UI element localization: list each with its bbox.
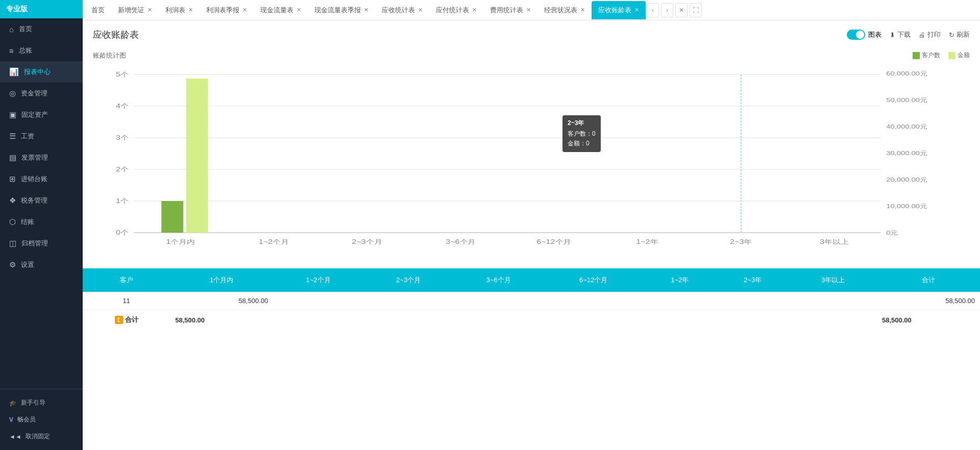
bar-amount-1 [186,79,208,233]
sidebar-item-invoice[interactable]: ▤ 发票管理 [0,147,83,168]
svg-text:0元: 0元 [886,230,898,236]
legend-amount-color [948,52,955,59]
sidebar-item-reports[interactable]: 📊 报表中心 [0,61,83,83]
cell-m23 [363,292,454,310]
col-y3plus: 3年以上 [789,268,877,292]
tab-ap-stats[interactable]: 应付统计表 ✕ [429,1,483,19]
footer-m612 [544,310,643,330]
data-table: 客户 1个月内 1~2个月 2~3个月 3~6个月 6~12个月 1~2年 2~… [83,268,980,330]
sidebar-item-unpin[interactable]: ◄◄ 取消固定 [0,428,83,445]
sidebar-item-archive[interactable]: ◫ 归档管理 [0,233,83,254]
tab-voucher[interactable]: 新增凭证 ✕ [111,1,159,19]
cell-m12 [273,292,363,310]
svg-text:2~3年: 2~3年 [730,238,752,245]
tab-bar: 首页 新增凭证 ✕ 利润表 ✕ 利润表季报 ✕ 现金流量表 ✕ 现金流量表季报 … [83,0,980,20]
tab-cashflow-close[interactable]: ✕ [297,7,301,13]
footer-y23 [716,310,789,330]
sidebar-item-tax[interactable]: ❖ 税务管理 [0,190,83,211]
tab-profit-quarter[interactable]: 利润表季报 ✕ [200,1,254,19]
tab-ap-stats-close[interactable]: ✕ [472,7,477,13]
sales-icon: ⊞ [9,174,16,184]
col-y23: 2~3年 [716,268,789,292]
refresh-button[interactable]: ↻ 刷新 [949,30,970,39]
footer-label: Σ 合计 [83,310,170,330]
chart-container: 账龄统计图 客户数 金额 [83,46,980,268]
legend-customers-color [913,52,920,59]
page-content: 应收账龄表 图表 ⬇ 下载 🖨 打印 ↻ 刷新 [83,20,980,450]
sidebar-item-sales[interactable]: ⊞ 进销台账 [0,168,83,190]
sidebar-item-guide[interactable]: 🎓 新手引导 [0,394,83,411]
funds-icon: ◎ [9,89,16,98]
svg-text:6~12个月: 6~12个月 [536,238,571,245]
tab-voucher-close[interactable]: ✕ [148,7,152,13]
tax-icon: ❖ [9,196,16,205]
sidebar-item-settings[interactable]: ⚙ 设置 [0,254,83,276]
footer-m1: 58,500.00 [170,310,273,330]
tab-profit[interactable]: 利润表 ✕ [159,1,200,19]
tab-profit-close[interactable]: ✕ [188,7,193,13]
legend-customers: 客户数 [913,51,940,60]
sidebar-nav: ⌂ 首页 ≡ 总账 📊 报表中心 ◎ 资金管理 ▣ 固定资产 ☰ 工资 ▤ 发票… [0,18,83,389]
settings-icon: ⚙ [9,260,16,269]
svg-text:3~6个月: 3~6个月 [446,238,476,245]
footer-y12 [643,310,716,330]
svg-text:2~3个月: 2~3个月 [352,238,382,245]
svg-text:60,000.00元: 60,000.00元 [886,70,927,77]
svg-text:3个: 3个 [116,134,129,141]
svg-text:1~2年: 1~2年 [636,238,658,245]
bar-chart: 0个 1个 2个 3个 4个 5个 0元 10,000.00元 20,000.0… [93,64,970,258]
chart-wrapper: 0个 1个 2个 3个 4个 5个 0元 10,000.00元 20,000.0… [93,64,970,258]
footer-m36 [453,310,544,330]
table-footer-row: Σ 合计 58,500.00 58,500.00 [83,310,980,330]
tab-prev-button[interactable]: ‹ [647,3,659,17]
tab-biz-status[interactable]: 经营状况表 ✕ [537,1,592,19]
tab-cashflow[interactable]: 现金流量表 ✕ [254,1,308,19]
footer-y3plus [789,310,877,330]
chart-title: 账龄统计图 [93,51,970,60]
cell-customer: 11 [83,292,170,310]
svg-text:1~2个月: 1~2个月 [259,238,289,245]
sidebar-item-salary[interactable]: ☰ 工资 [0,126,83,147]
tab-ar-stats[interactable]: 应收统计表 ✕ [375,1,429,19]
download-icon: ⬇ [890,31,895,39]
total-icon: Σ [115,316,123,324]
archive-icon: ◫ [9,239,16,248]
svg-text:40,000.00元: 40,000.00元 [886,123,927,130]
sidebar-item-ledger[interactable]: ≡ 总账 [0,40,83,61]
sidebar-item-funds[interactable]: ◎ 资金管理 [0,83,83,104]
tab-ar-aging-close[interactable]: ✕ [634,7,639,13]
tab-cashflow-quarter-close[interactable]: ✕ [364,7,369,13]
home-icon: ⌂ [9,25,14,34]
assets-icon: ▣ [9,110,16,119]
sidebar-item-close[interactable]: ⬡ 结账 [0,211,83,233]
legend-amount: 金额 [948,51,970,60]
tab-close-all-button[interactable]: ✕ [675,3,688,17]
toggle-track[interactable] [847,30,865,40]
footer-m12 [273,310,363,330]
tab-home[interactable]: 首页 [85,1,111,19]
reports-icon: 📊 [9,67,19,77]
tab-maximize-button[interactable]: ⛶ [690,3,702,17]
tab-ar-aging[interactable]: 应收账龄表 ✕ [592,1,646,19]
tab-expense-stats[interactable]: 费用统计表 ✕ [483,1,537,19]
guide-icon: 🎓 [9,399,17,407]
cell-m612 [544,292,643,310]
tab-profit-quarter-close[interactable]: ✕ [242,7,247,13]
tab-cashflow-quarter[interactable]: 现金流量表季报 ✕ [308,1,375,19]
col-m23: 2~3个月 [363,268,454,292]
tab-biz-status-close[interactable]: ✕ [580,7,585,13]
tab-next-button[interactable]: › [661,3,673,17]
unpin-icon: ◄◄ [9,433,21,440]
print-icon: 🖨 [919,31,925,39]
table-row: 11 58,500.00 58,500.00 [83,292,980,310]
chart-toggle[interactable]: 图表 [847,30,881,40]
tab-ar-stats-close[interactable]: ✕ [418,7,423,13]
tab-expense-stats-close[interactable]: ✕ [526,7,531,13]
download-button[interactable]: ⬇ 下载 [890,30,911,39]
print-button[interactable]: 🖨 打印 [919,30,941,39]
sidebar-item-home[interactable]: ⌂ 首页 [0,18,83,40]
svg-text:4个: 4个 [116,103,129,110]
invoice-icon: ▤ [9,153,16,162]
sidebar-item-vip[interactable]: V 畅会员 [0,411,83,428]
sidebar-item-assets[interactable]: ▣ 固定资产 [0,104,83,126]
